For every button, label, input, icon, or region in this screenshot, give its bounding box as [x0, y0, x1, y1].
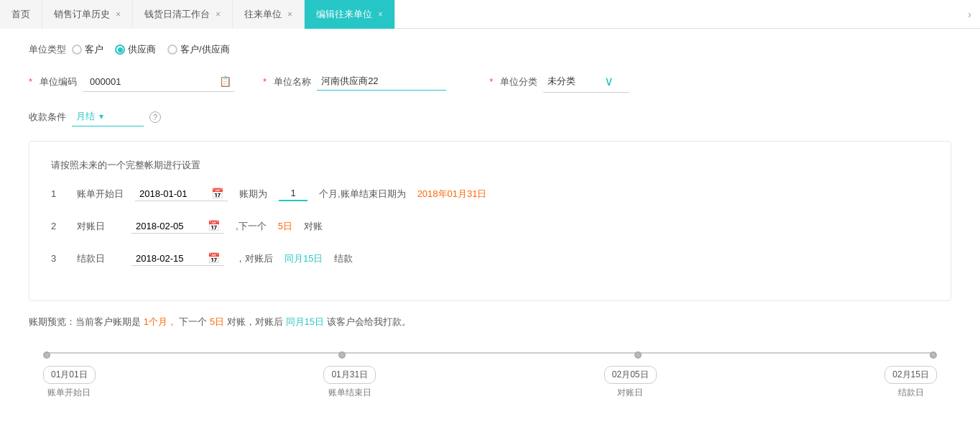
period-num-1: 1 [51, 188, 65, 199]
timeline-dot-2 [634, 351, 642, 359]
preview-suffix: 该客户会给我打款。 [327, 316, 411, 327]
unit-classify-label: 单位分类 [500, 75, 537, 88]
radio-group-unit-type: 客户 供应商 客户/供应商 [72, 43, 230, 56]
payment-terms-label: 收款条件 [29, 111, 66, 124]
payment-terms-dropdown-icon: ▾ [99, 111, 103, 121]
period-suffix-2-before: ,下一个 [236, 220, 267, 233]
payment-terms-value: 月结 [76, 110, 95, 123]
period-payment-highlight: 同月15日 [285, 252, 323, 265]
tab-scroll-right[interactable]: › [959, 9, 980, 20]
radio-both-label: 客户/供应商 [180, 43, 230, 56]
radio-customer-circle [72, 45, 82, 55]
unit-classify-dropdown[interactable]: 未分类 ∨ [543, 70, 629, 93]
period-suffix-1-before: 账期为 [239, 188, 267, 201]
period-config-box: 请按照未来的一个完整帐期进行设置 1 账单开始日 📅 账期为 个月,账单结束日期… [29, 141, 951, 301]
radio-both-circle [167, 45, 177, 55]
timeline-label-0: 01月01日 账单开始日 [43, 366, 96, 399]
payment-terms-help-icon[interactable]: ? [149, 111, 161, 123]
tab-partner[interactable]: 往来单位 × [233, 0, 305, 29]
tab-cash-work[interactable]: 钱货日清工作台 × [133, 0, 233, 29]
tab-edit-partner-close[interactable]: × [378, 9, 383, 19]
tab-home[interactable]: 首页 [0, 0, 42, 29]
unit-name-input[interactable] [317, 73, 446, 91]
period-config-title: 请按照未来的一个完整帐期进行设置 [51, 159, 929, 172]
period-row-1: 1 账单开始日 📅 账期为 个月,账单结束日期为 2018年01月31日 [51, 186, 929, 201]
period-num-2: 2 [51, 221, 65, 231]
unit-name-required-star: * [263, 76, 267, 87]
timeline-sublabel-3: 结款日 [898, 387, 924, 399]
preview-period: 1个月， [144, 316, 177, 327]
tab-sales-history[interactable]: 销售订单历史 × [42, 0, 133, 29]
radio-supplier-label: 供应商 [128, 43, 156, 56]
unit-code-input-wrapper: 📋 [83, 72, 234, 92]
period-suffix-1-after: 个月,账单结束日期为 [319, 188, 406, 201]
unit-code-required-star: * [29, 76, 32, 87]
period-date-3-wrapper: 📅 [131, 251, 224, 266]
period-reconcile-highlight: 5日 [278, 220, 292, 233]
period-suffix-3-after: 结款 [334, 252, 353, 265]
tab-cash-work-label: 钱货日清工作台 [144, 8, 210, 21]
radio-supplier[interactable]: 供应商 [115, 43, 156, 56]
period-date-3-calendar-icon[interactable]: 📅 [208, 252, 220, 264]
timeline-badge-2: 02月05日 [604, 366, 657, 384]
period-date-1-wrapper: 📅 [135, 186, 228, 201]
radio-both[interactable]: 客户/供应商 [167, 43, 230, 56]
preview-mid: 下一个 [179, 316, 207, 327]
period-label-1: 账单开始日 [77, 188, 124, 201]
radio-customer[interactable]: 客户 [72, 43, 103, 56]
classify-arrow-icon: ∨ [604, 73, 614, 89]
tab-partner-label: 往来单位 [244, 8, 282, 21]
timeline-label-2: 02月05日 对账日 [604, 366, 657, 399]
period-label-3: 结款日 [77, 252, 120, 265]
tab-partner-close[interactable]: × [287, 9, 292, 19]
period-date-2-input[interactable] [136, 221, 200, 231]
period-suffix-3-before: ，对账后 [236, 252, 273, 265]
unit-classify-value: 未分类 [547, 75, 575, 88]
timeline-labels-row: 01月01日 账单开始日 01月31日 账单结束日 02月05日 对账日 02月… [43, 366, 937, 399]
timeline-sublabel-0: 账单开始日 [47, 387, 91, 399]
period-date-2-calendar-icon[interactable]: 📅 [208, 220, 220, 231]
preview-payment: 同月15日 [286, 316, 324, 327]
period-date-1-input[interactable] [139, 188, 204, 199]
timeline-dot-3 [930, 351, 937, 359]
tab-cash-work-close[interactable]: × [216, 9, 221, 19]
preview-mid2: 对账，对账后 [227, 316, 283, 327]
timeline-label-1: 01月31日 账单结束日 [323, 366, 376, 399]
timeline-dot-1 [338, 351, 346, 359]
preview-text: 账期预览：当前客户账期是 1个月， 下一个 5日 对账，对账后 同月15日 该客… [29, 316, 951, 328]
unit-code-picker-icon[interactable]: 📋 [219, 75, 231, 87]
tab-home-label: 首页 [11, 8, 30, 21]
unit-classify-required-star: * [489, 76, 493, 87]
unit-type-row: 单位类型 客户 供应商 客户/供应商 [29, 43, 951, 56]
period-label-2: 对账日 [77, 220, 120, 233]
timeline-dot-0 [43, 351, 50, 359]
timeline-badge-1: 01月31日 [323, 366, 376, 384]
unit-name-field: * 单位名称 [263, 73, 446, 91]
payment-terms-dropdown[interactable]: 月结 ▾ [72, 107, 144, 126]
payment-terms-row: 收款条件 月结 ▾ ? [29, 107, 951, 126]
radio-supplier-circle [115, 45, 125, 55]
tab-sales-history-close[interactable]: × [116, 9, 121, 19]
timeline-sublabel-1: 账单结束日 [328, 387, 371, 399]
unit-code-field: * 单位编码 📋 [29, 72, 234, 92]
page-content: 单位类型 客户 供应商 客户/供应商 * 单位编码 [0, 29, 980, 437]
radio-customer-label: 客户 [85, 43, 103, 56]
unit-type-label: 单位类型 [29, 43, 66, 56]
period-row-2: 2 对账日 📅 ,下一个 5日 对账 [51, 218, 929, 234]
payment-terms-field: 收款条件 月结 ▾ ? [29, 107, 161, 126]
timeline-sublabel-2: 对账日 [617, 387, 643, 399]
unit-classify-field: * 单位分类 未分类 ∨ [489, 70, 629, 93]
unit-code-label: 单位编码 [40, 75, 77, 88]
timeline-dots-row [43, 348, 937, 359]
period-months-input[interactable] [279, 186, 308, 201]
tab-edit-partner[interactable]: 编辑往来单位 × [305, 0, 395, 29]
preview-prefix: 账期预览：当前客户账期是 [29, 316, 141, 327]
unit-code-input[interactable] [85, 73, 215, 90]
period-row-3: 3 结款日 📅 ，对账后 同月15日 结款 [51, 251, 929, 266]
period-date-1-calendar-icon[interactable]: 📅 [211, 188, 223, 199]
period-num-3: 3 [51, 253, 65, 264]
period-date-3-input[interactable] [136, 253, 200, 264]
unit-info-row: * 单位编码 📋 * 单位名称 * 单位分类 未分类 ∨ [29, 70, 951, 93]
unit-type-field: 单位类型 客户 供应商 客户/供应商 [29, 43, 230, 56]
timeline-label-3: 02月15日 结款日 [884, 366, 937, 399]
